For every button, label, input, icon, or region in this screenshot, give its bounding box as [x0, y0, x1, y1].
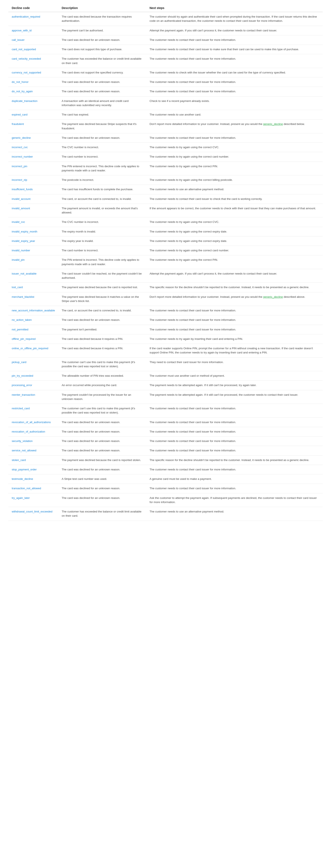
code-link[interactable]: restricted_card — [12, 407, 30, 410]
code-cell: reenter_transaction — [8, 390, 58, 404]
code-link[interactable]: card_velocity_exceeded — [12, 57, 41, 60]
code-link[interactable]: not_permitted — [12, 328, 28, 331]
next-steps-text: Don't report more detailed information t… — [150, 295, 263, 299]
code-link[interactable]: reenter_transaction — [12, 393, 35, 396]
next-steps-cell: The payment needs to be attempted again.… — [146, 390, 323, 404]
code-link[interactable]: invalid_account — [12, 197, 31, 200]
code-link[interactable]: fraudulent — [12, 122, 24, 126]
code-link[interactable]: withdrawal_count_limit_exceeded — [12, 510, 52, 513]
description-cell: The card number is incorrect. — [58, 246, 146, 255]
code-link[interactable]: online_or_offline_pin_required — [12, 347, 48, 350]
next-steps-cell: If the amount appears to be correct, the… — [146, 204, 323, 217]
table-row: invalid_expiry_monthThe expiry month is … — [8, 227, 323, 236]
code-link[interactable]: incorrect_pin — [12, 165, 27, 168]
code-link[interactable]: service_not_allowed — [12, 449, 36, 452]
code-cell: revocation_of_all_authorizations — [8, 417, 58, 427]
code-link[interactable]: incorrect_zip — [12, 178, 27, 181]
table-row: online_or_offline_pin_requiredThe card w… — [8, 344, 323, 358]
generic-decline-link[interactable]: generic_decline — [263, 295, 283, 299]
code-link[interactable]: processing_error — [12, 383, 32, 387]
table-row: processing_errorAn error occurred while … — [8, 381, 323, 390]
generic-decline-link[interactable]: generic_decline — [263, 122, 283, 126]
code-link[interactable]: invalid_expiry_month — [12, 230, 37, 233]
description-cell: The card, or account the card is connect… — [58, 306, 146, 315]
code-link[interactable]: security_violation — [12, 439, 33, 442]
code-link[interactable]: do_not_honor — [12, 80, 28, 84]
next-steps-cell: The customer needs to contact their card… — [146, 306, 323, 315]
code-link[interactable]: call_issuer — [12, 38, 25, 41]
code-link[interactable]: lost_card — [12, 286, 23, 289]
code-link[interactable]: pickup_card — [12, 361, 26, 364]
code-link[interactable]: do_not_try_again — [12, 90, 33, 93]
code-link[interactable]: issuer_not_available — [12, 272, 37, 275]
next-steps-cell: The customer needs to contact their card… — [146, 436, 323, 446]
next-steps-cell: The customer needs to use an alternative… — [146, 507, 323, 521]
header-next-steps: Next steps — [146, 4, 323, 12]
description-cell: An error occurred while processing the c… — [58, 381, 146, 390]
code-link[interactable]: offline_pin_required — [12, 337, 36, 340]
code-link[interactable]: expired_card — [12, 113, 27, 116]
code-link[interactable]: revocation_of_authorization — [12, 430, 45, 433]
code-link[interactable]: incorrect_cvc — [12, 146, 28, 149]
page-container: Decline code Description Next steps auth… — [0, 0, 331, 525]
next-steps-cell: The customer should try again and authen… — [146, 12, 323, 26]
code-link[interactable]: invalid_expiry_year — [12, 239, 35, 243]
code-link[interactable]: testmode_decline — [12, 477, 33, 480]
table-row: try_again_laterThe card was declined for… — [8, 493, 323, 507]
description-cell: The card was declined for an unknown rea… — [58, 133, 146, 143]
code-cell: not_permitted — [8, 325, 58, 334]
code-link[interactable]: approve_with_id — [12, 29, 32, 32]
table-row: duplicate_transactionA transaction with … — [8, 96, 323, 110]
table-row: card_velocity_exceededThe customer has e… — [8, 54, 323, 68]
table-row: reenter_transactionThe payment couldn't … — [8, 390, 323, 404]
code-link[interactable]: invalid_cvc — [12, 220, 25, 223]
code-link[interactable]: try_again_later — [12, 496, 30, 499]
code-cell: invalid_amount — [8, 204, 58, 217]
table-row: transaction_not_allowedThe card was decl… — [8, 484, 323, 493]
code-link[interactable]: duplicate_transaction — [12, 99, 37, 102]
next-steps-cell: Attempt the payment again. If you still … — [146, 269, 323, 283]
table-row: revocation_of_authorizationThe card was … — [8, 427, 323, 436]
description-cell: The PIN entered is incorrect. This decli… — [58, 255, 146, 269]
code-link[interactable]: incorrect_number — [12, 155, 33, 158]
code-link[interactable]: generic_decline — [12, 136, 31, 140]
code-cell: invalid_expiry_year — [8, 236, 58, 246]
code-link[interactable]: insufficient_funds — [12, 188, 33, 191]
code-cell: call_issuer — [8, 35, 58, 44]
code-link[interactable]: invalid_pin — [12, 258, 25, 261]
header-row: Decline code Description Next steps — [8, 4, 323, 12]
description-cell: The card was declined for an unknown rea… — [58, 493, 146, 507]
description-cell: The PIN entered is incorrect. This decli… — [58, 161, 146, 175]
code-link[interactable]: transaction_not_allowed — [12, 487, 41, 490]
code-link[interactable]: merchant_blacklist — [12, 295, 34, 299]
next-steps-cell: A genuine card must be used to make a pa… — [146, 474, 323, 484]
table-row: incorrect_pinThe PIN entered is incorrec… — [8, 161, 323, 175]
code-cell: expired_card — [8, 110, 58, 120]
next-steps-cell: The specific reason for the decline shou… — [146, 455, 323, 465]
code-link[interactable]: stop_payment_order — [12, 468, 37, 471]
code-link[interactable]: no_action_taken — [12, 318, 32, 321]
code-link[interactable]: invalid_amount — [12, 207, 30, 210]
next-steps-cell: The customer needs to try again using th… — [146, 246, 323, 255]
table-row: card_not_supportedThe card does not supp… — [8, 45, 323, 54]
code-link[interactable]: revocation_of_all_authorizations — [12, 421, 51, 424]
code-cell: new_account_information_available — [8, 306, 58, 315]
next-steps-cell: The specific reason for the decline shou… — [146, 283, 323, 292]
table-row: incorrect_numberThe card number is incor… — [8, 152, 323, 161]
next-steps-cell: Ask the customer to attempt the payment … — [146, 493, 323, 507]
table-row: pin_try_exceededThe allowable number of … — [8, 371, 323, 381]
description-cell: The CVC number is incorrect. — [58, 217, 146, 227]
code-cell: incorrect_zip — [8, 175, 58, 185]
code-link[interactable]: stolen_card — [12, 459, 26, 462]
table-row: withdrawal_count_limit_exceededThe custo… — [8, 507, 323, 521]
description-cell: The payment was declined because it matc… — [58, 292, 146, 306]
code-link[interactable]: currency_not_supported — [12, 71, 41, 74]
code-link[interactable]: invalid_number — [12, 249, 30, 252]
code-link[interactable]: authentication_required — [12, 15, 40, 18]
code-link[interactable]: card_not_supported — [12, 48, 36, 51]
code-cell: pickup_card — [8, 358, 58, 371]
code-link[interactable]: pin_try_exceeded — [12, 374, 33, 377]
code-link[interactable]: new_account_information_available — [12, 309, 55, 312]
code-cell: transaction_not_allowed — [8, 484, 58, 493]
code-cell: invalid_account — [8, 194, 58, 204]
